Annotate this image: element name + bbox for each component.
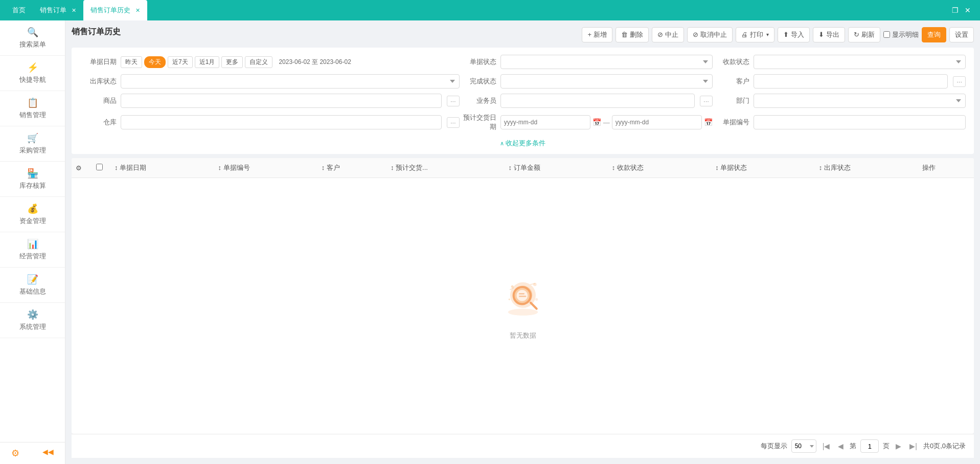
sidebar-item-finance[interactable]: 💰 资金管理 [0,197,65,232]
sidebar-item-quick-nav-label: 快捷导航 [19,75,46,84]
sidebar-item-basic-info[interactable]: 📝 基础信息 [0,268,65,303]
sidebar-item-operations[interactable]: 📊 经营管理 [0,232,65,268]
calendar-from-icon[interactable]: 📅 [592,118,601,126]
table-area: ⚙ ↕ 单据日期 ↕ 单据编号 [72,158,974,434]
th-number: ↕ 单据编号 [214,158,317,178]
th-warehouse-status: ↕ 出库状态 [815,158,918,178]
department-col: 部门 [713,94,966,108]
page-size-label: 每页显示 [761,441,787,451]
query-button[interactable]: 查询 [922,27,946,42]
select-all-checkbox[interactable] [96,164,103,170]
export-button[interactable]: ⬇ 导出 [813,27,845,42]
quick-nav-icon: ⚡ [27,62,38,73]
sidebar-item-sales[interactable]: 📋 销售管理 [0,91,65,126]
last7days-btn[interactable]: 近7天 [168,56,193,68]
new-button[interactable]: + 新增 [582,27,612,42]
order-no-input[interactable] [754,115,966,129]
th-checkbox[interactable] [92,158,110,178]
page-size-select[interactable]: 10 20 50 100 [791,439,816,453]
filter-row-2: 出库状态 完成状态 客户 ··· [80,74,966,89]
payment-status-select[interactable] [754,55,966,69]
show-detail-checkbox[interactable]: 显示明细 [883,30,919,39]
complete-status-label: 完成状态 [460,77,500,86]
expected-date-to[interactable] [612,115,702,129]
order-status-label: 单据状态 [460,57,500,67]
refresh-button[interactable]: ↻ 刷新 [848,27,880,42]
salesperson-input[interactable] [500,94,695,108]
expected-date-control: 📅 — 📅 [500,115,713,129]
settings-button[interactable]: 设置 [949,27,974,42]
tab-sales-order[interactable]: 销售订单 ✕ [33,0,83,20]
top-right-icons: ❐ ✕ [952,6,975,14]
expected-date-from[interactable] [500,115,590,129]
custom-btn[interactable]: 自定义 [245,56,272,68]
filter-panel: 单据日期 昨天 今天 近7天 近1月 更多 自定义 2023-06-02 至 2… [72,48,974,154]
filter-row-3: 商品 ··· 业务员 ··· 部门 [80,94,966,108]
sidebar-item-quick-nav[interactable]: ⚡ 快捷导航 [0,56,65,91]
sidebar-item-system[interactable]: ⚙️ 系统管理 [0,303,65,338]
prev-page-btn[interactable]: ◀ [836,442,846,450]
complete-status-select[interactable] [500,74,713,89]
svg-point-0 [508,309,537,316]
table-header-row: ⚙ ↕ 单据日期 ↕ 单据编号 [72,158,974,178]
salesperson-ellipsis[interactable]: ··· [700,96,713,106]
product-input[interactable] [121,94,442,108]
salesperson-control: ··· [500,94,713,108]
tab-sales-order-history-close[interactable]: ✕ [135,7,140,14]
print-icon: 🖨 [741,31,748,38]
warehouse-label: 仓库 [80,118,121,127]
tab-sales-order-history[interactable]: 销售订单历史 ✕ [83,0,147,20]
payment-status-control [754,55,966,69]
complete-status-col: 完成状态 [460,74,713,89]
stop-button[interactable]: ⊘ 中止 [652,27,684,42]
more-btn[interactable]: 更多 [221,56,243,68]
product-col: 商品 ··· [80,94,460,108]
warehouse-status-select[interactable] [121,74,460,89]
toolbar: + 新增 🗑 删除 ⊘ 中止 ⊘ 取消中止 🖨 打印 [582,27,974,42]
table-header: ⚙ ↕ 单据日期 ↕ 单据编号 [72,158,974,178]
export-icon: ⬇ [818,31,824,38]
sidebar-collapse-btn[interactable]: ◀◀ [42,448,54,459]
cancel-stop-button[interactable]: ⊘ 取消中止 [687,27,733,42]
collapse-row[interactable]: ∧ 收起更多条件 [80,137,966,152]
last1month-btn[interactable]: 近1月 [195,56,220,68]
settings-gear-icon[interactable]: ⚙ [76,164,82,172]
first-page-btn[interactable]: |◀ [821,442,832,450]
sidebar: 🔍 搜索菜单 ⚡ 快捷导航 📋 销售管理 🛒 采购管理 🏪 库存核算 💰 资金管… [0,20,65,464]
calendar-to-icon[interactable]: 📅 [704,118,713,126]
sidebar-item-purchase[interactable]: 🛒 采购管理 [0,126,65,162]
next-page-btn[interactable]: ▶ [894,442,903,450]
today-btn[interactable]: 今天 [144,56,166,68]
import-button[interactable]: ⬆ 导入 [778,27,810,42]
main-layout: 🔍 搜索菜单 ⚡ 快捷导航 📋 销售管理 🛒 采购管理 🏪 库存核算 💰 资金管… [0,20,980,464]
sidebar-item-inventory[interactable]: 🏪 库存核算 [0,162,65,197]
delete-icon: 🗑 [621,31,628,38]
svg-point-5 [516,290,528,301]
order-status-select[interactable] [500,55,713,69]
basic-info-icon: 📝 [27,274,38,285]
svg-line-3 [531,303,537,309]
customer-ellipsis[interactable]: ··· [953,76,966,87]
tab-sales-order-close[interactable]: ✕ [72,7,76,14]
sidebar-item-search-menu[interactable]: 🔍 搜索菜单 [0,20,65,56]
warehouse-ellipsis[interactable]: ··· [447,117,460,128]
date-dash: — [603,119,610,126]
last-page-btn[interactable]: ▶| [907,442,919,450]
th-settings[interactable]: ⚙ [72,158,92,178]
yesterday-btn[interactable]: 昨天 [121,56,142,68]
print-button[interactable]: 🖨 打印 [736,27,774,42]
window-close-icon[interactable]: ✕ [965,6,971,14]
customer-input[interactable] [754,74,948,89]
show-detail-input[interactable] [883,31,890,38]
warehouse-input[interactable] [121,115,442,129]
tab-home[interactable]: 首页 [5,0,33,20]
salesperson-col: 业务员 ··· [460,94,713,108]
department-select[interactable] [754,94,966,108]
delete-button[interactable]: 🗑 删除 [616,27,649,42]
sidebar-item-system-label: 系统管理 [19,322,46,332]
expected-date-col: 预计交货日期 📅 — 📅 [460,113,713,131]
product-ellipsis[interactable]: ··· [447,96,460,106]
sidebar-settings-btn[interactable]: ⚙ [11,448,19,459]
page-input[interactable] [860,439,879,453]
window-restore-icon[interactable]: ❐ [952,6,959,14]
